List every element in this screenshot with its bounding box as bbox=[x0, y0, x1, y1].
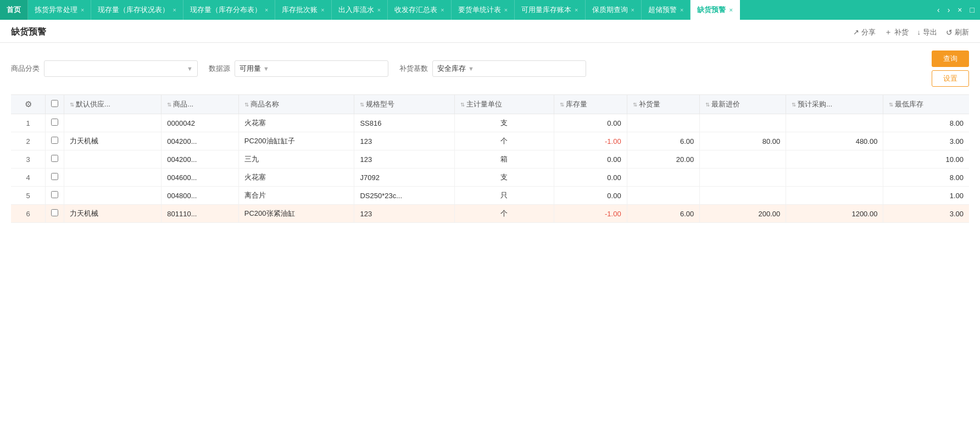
th-check bbox=[46, 95, 64, 114]
table-row: 5004800...离合片DS250*23c...只0.001.00 bbox=[11, 187, 969, 205]
row-checkbox[interactable] bbox=[51, 191, 58, 198]
td-check[interactable] bbox=[46, 205, 64, 223]
td-num: 1 bbox=[11, 114, 46, 132]
row-checkbox[interactable] bbox=[51, 209, 58, 216]
tab-close-batch-account[interactable]: × bbox=[321, 7, 324, 13]
table-row: 2力天机械004200...PC200油缸缸子123个-1.006.0080.0… bbox=[11, 132, 969, 150]
td-check[interactable] bbox=[46, 187, 64, 205]
th-latest_price[interactable]: ⇅最新进价 bbox=[700, 95, 786, 114]
td-product_code: 801110... bbox=[162, 205, 239, 223]
refresh-action[interactable]: ↺ 刷新 bbox=[946, 27, 969, 37]
share-action[interactable]: ↗ 分享 bbox=[853, 27, 876, 37]
datasource-label: 数据源 bbox=[209, 64, 230, 74]
td-est_purchase bbox=[786, 150, 883, 169]
page-actions: ↗ 分享 ＋ 补货 ↓ 导出 ↺ 刷新 bbox=[853, 27, 970, 37]
tab-home[interactable]: 首页 bbox=[0, 0, 28, 20]
tab-close-stock-dist[interactable]: × bbox=[265, 7, 268, 13]
category-select[interactable]: ▼ bbox=[44, 60, 198, 77]
td-min_stock: 8.00 bbox=[883, 114, 969, 132]
td-check[interactable] bbox=[46, 169, 64, 187]
tab-close-inout-flow[interactable]: × bbox=[377, 7, 381, 13]
td-unit: 个 bbox=[454, 205, 554, 223]
td-latest_price bbox=[700, 169, 786, 187]
query-button[interactable]: 查询 bbox=[932, 51, 969, 67]
tab-collect-summary[interactable]: 收发存汇总表× bbox=[388, 0, 451, 20]
export-action[interactable]: ↓ 导出 bbox=[917, 27, 938, 37]
td-supplier bbox=[64, 114, 162, 132]
table-row: 6力天机械801110...PC200张紧油缸123个-1.006.00200.… bbox=[11, 205, 969, 223]
sort-icon-stock: ⇅ bbox=[560, 102, 564, 108]
td-product_name: 离合片 bbox=[238, 187, 354, 205]
row-checkbox[interactable] bbox=[51, 137, 58, 144]
tab-close-overstock[interactable]: × bbox=[680, 7, 683, 13]
replenish-base-select[interactable]: 安全库存 ▼ bbox=[432, 60, 586, 77]
replenish-icon: ＋ bbox=[884, 27, 892, 37]
td-est_purchase: 480.00 bbox=[786, 132, 883, 150]
tab-close-abnormal[interactable]: × bbox=[81, 7, 84, 13]
td-unit: 支 bbox=[454, 169, 554, 187]
tab-close-expiry-query[interactable]: × bbox=[631, 7, 634, 13]
datasource-select[interactable]: 可用量 ▼ bbox=[235, 60, 388, 77]
category-chevron-icon: ▼ bbox=[187, 65, 193, 72]
td-replenish_qty: 20.00 bbox=[627, 150, 700, 169]
td-supplier: 力天机械 bbox=[64, 205, 162, 223]
tab-next-button[interactable]: › bbox=[944, 5, 954, 15]
th-product_name[interactable]: ⇅商品名称 bbox=[238, 95, 354, 114]
row-checkbox[interactable] bbox=[51, 119, 58, 126]
tab-abnormal[interactable]: 拣货异常处理× bbox=[28, 0, 91, 20]
replenish-base-chevron-icon: ▼ bbox=[468, 65, 474, 72]
tab-stock-status[interactable]: 现存量（库存状况表）× bbox=[91, 0, 183, 20]
tab-close-available-ledger[interactable]: × bbox=[575, 7, 578, 13]
tab-inout-flow[interactable]: 出入库流水× bbox=[332, 0, 388, 20]
th-product_code[interactable]: ⇅商品... bbox=[162, 95, 239, 114]
window-restore-button[interactable]: □ bbox=[967, 5, 978, 15]
row-checkbox[interactable] bbox=[51, 173, 58, 180]
td-est_purchase: 1200.00 bbox=[786, 205, 883, 223]
th-min_stock[interactable]: ⇅最低库存 bbox=[883, 95, 969, 114]
tab-available-ledger[interactable]: 可用量库存账本× bbox=[515, 0, 585, 20]
tab-nav-buttons: ‹ › × □ bbox=[934, 5, 980, 15]
td-check[interactable] bbox=[46, 150, 64, 169]
td-num: 3 bbox=[11, 150, 46, 169]
th-replenish_qty[interactable]: ⇅补货量 bbox=[627, 95, 700, 114]
tab-overstock[interactable]: 超储预警× bbox=[642, 0, 691, 20]
th-stock[interactable]: ⇅库存量 bbox=[554, 95, 627, 114]
td-product_name: 三九 bbox=[238, 150, 354, 169]
replenish-action[interactable]: ＋ 补货 bbox=[884, 27, 909, 37]
table-row: 3004200...三九123箱0.0020.0010.00 bbox=[11, 150, 969, 169]
tab-expiry-query[interactable]: 保质期查询× bbox=[586, 0, 642, 20]
select-all-checkbox[interactable] bbox=[51, 100, 58, 107]
tab-close-order-stats[interactable]: × bbox=[504, 7, 508, 13]
td-product_name: PC200张紧油缸 bbox=[238, 205, 354, 223]
window-close-button[interactable]: × bbox=[954, 5, 965, 15]
td-num: 2 bbox=[11, 132, 46, 150]
th-supplier[interactable]: ⇅默认供应... bbox=[64, 95, 162, 114]
filter-actions: 查询 设置 bbox=[932, 51, 969, 87]
th-spec[interactable]: ⇅规格型号 bbox=[354, 95, 454, 114]
th-unit[interactable]: ⇅主计量单位 bbox=[454, 95, 554, 114]
sort-icon-product_code: ⇅ bbox=[167, 102, 171, 108]
td-latest_price bbox=[700, 150, 786, 169]
settings-button[interactable]: 设置 bbox=[932, 70, 969, 87]
data-table: ⚙⇅默认供应...⇅商品...⇅商品名称⇅规格型号⇅主计量单位⇅库存量⇅补货量⇅… bbox=[11, 94, 969, 223]
tab-close-shortage[interactable]: × bbox=[729, 7, 732, 13]
td-num: 4 bbox=[11, 169, 46, 187]
tab-shortage[interactable]: 缺货预警× bbox=[691, 0, 739, 20]
td-check[interactable] bbox=[46, 114, 64, 132]
tab-batch-account[interactable]: 库存批次账× bbox=[275, 0, 331, 20]
td-product_name: 火花塞 bbox=[238, 169, 354, 187]
td-spec: 123 bbox=[354, 132, 454, 150]
tab-order-stats[interactable]: 要货单统计表× bbox=[452, 0, 515, 20]
td-spec: DS250*23c... bbox=[354, 187, 454, 205]
sort-icon-min_stock: ⇅ bbox=[889, 102, 893, 108]
datasource-chevron-icon: ▼ bbox=[263, 65, 269, 72]
td-check[interactable] bbox=[46, 132, 64, 150]
row-checkbox[interactable] bbox=[51, 155, 58, 162]
tab-prev-button[interactable]: ‹ bbox=[934, 5, 943, 15]
tab-close-stock-status[interactable]: × bbox=[172, 7, 176, 13]
replenish-base-label: 补货基数 bbox=[399, 64, 428, 74]
tab-close-collect-summary[interactable]: × bbox=[441, 7, 444, 13]
th-est_purchase[interactable]: ⇅预计采购... bbox=[786, 95, 883, 114]
tab-stock-dist[interactable]: 现存量（库存分布表）× bbox=[183, 0, 275, 20]
th-gear[interactable]: ⚙ bbox=[11, 95, 46, 114]
